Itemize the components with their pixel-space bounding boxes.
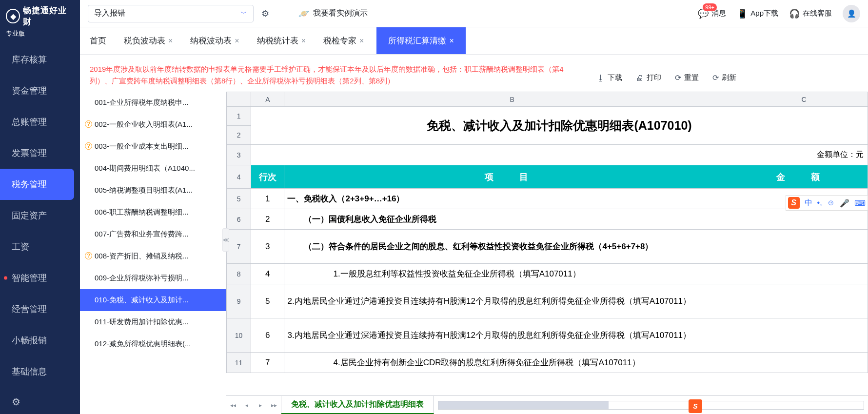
form-item-009[interactable]: 009-企业所得税弥补亏损明...	[80, 267, 226, 289]
row-3-header[interactable]: 3	[227, 145, 251, 165]
app-download-button[interactable]: 📱 App下载	[737, 8, 778, 19]
ime-bar[interactable]: S 中 •, ☺ 🎤 ⌨	[786, 195, 868, 211]
form-list[interactable]: 001-企业所得税年度纳税申...?002-一般企业收入明细表(A1...?00…	[80, 92, 226, 414]
ime-lang[interactable]: 中	[805, 198, 812, 208]
sheet-nav-first[interactable]: ◂◂	[226, 396, 240, 414]
row-8-header[interactable]: 8	[227, 264, 251, 284]
cell-item[interactable]: 1.一般股息红利等权益性投资收益免征企业所得税（填写A107011）	[284, 264, 740, 284]
header-seq[interactable]: 行次	[251, 165, 284, 189]
unit-cell[interactable]: 金额单位：元	[251, 145, 868, 165]
header-amount[interactable]: 金 额	[740, 165, 868, 189]
search-settings-icon[interactable]: ⚙	[261, 8, 269, 19]
ime-keyboard-icon[interactable]: ⌨	[854, 198, 866, 208]
cell-seq[interactable]: 3	[251, 230, 284, 264]
cell-amount[interactable]	[740, 209, 868, 230]
print-button[interactable]: 🖨打印	[636, 73, 661, 82]
tray-icon[interactable]: S	[689, 399, 702, 413]
cell-amount[interactable]	[740, 230, 868, 264]
nav-item-9[interactable]: 小畅报销	[0, 325, 80, 356]
form-item-006[interactable]: 006-职工薪酬纳税调整明细...	[80, 201, 226, 223]
demo-link[interactable]: 🪐 我要看实例演示	[298, 8, 368, 19]
help-icon[interactable]: ?	[85, 120, 92, 128]
tab-4[interactable]: 税检专家×	[323, 27, 364, 54]
tab-1[interactable]: 税负波动表×	[124, 27, 173, 54]
collapse-handle[interactable]: ≪	[222, 228, 229, 252]
ime-face-icon[interactable]: ☺	[827, 198, 835, 207]
row-11-header[interactable]: 11	[227, 353, 251, 373]
cell-amount[interactable]	[740, 353, 868, 373]
cell-amount[interactable]	[740, 264, 868, 284]
row-1-header[interactable]: 1	[227, 107, 251, 126]
horizontal-scrollbar[interactable]	[438, 401, 864, 410]
sheet-nav-next[interactable]: ▸	[254, 396, 267, 414]
tab-2[interactable]: 纳税波动表×	[190, 27, 239, 54]
form-item-001[interactable]: 001-企业所得税年度纳税申...	[80, 92, 226, 114]
col-a-header[interactable]: A	[251, 92, 284, 107]
form-item-002[interactable]: ?002-一般企业收入明细表(A1...	[80, 114, 226, 136]
row-2-header[interactable]: 2	[227, 126, 251, 145]
close-icon[interactable]: ×	[235, 37, 239, 45]
ime-punct-icon[interactable]: •,	[817, 198, 822, 207]
row-7-header[interactable]: 7	[227, 230, 251, 264]
sheet-nav-prev[interactable]: ◂	[240, 396, 254, 414]
avatar[interactable]: 👤	[843, 5, 860, 22]
cell-item[interactable]: 一、免税收入（2+3+9+…+16）	[284, 189, 740, 209]
form-item-010[interactable]: 010-免税、减计收入及加计...	[80, 289, 226, 311]
cell-seq[interactable]: 4	[251, 264, 284, 284]
row-10-header[interactable]: 10	[227, 318, 251, 353]
form-item-005[interactable]: 005-纳税调整项目明细表(A1...	[80, 179, 226, 201]
tab-5[interactable]: 所得税汇算清缴×	[376, 27, 465, 54]
cell-item[interactable]: （一）国债利息收入免征企业所得税	[284, 209, 740, 230]
form-item-004[interactable]: 004-期间费用明细表（A1040...	[80, 158, 226, 179]
settings-button[interactable]: ⚙	[0, 387, 80, 414]
sheet-nav-last[interactable]: ▸▸	[267, 396, 281, 414]
cell-item[interactable]: （二）符合条件的居民企业之间的股息、红利等权益性投资收益免征企业所得税（4+5+…	[284, 230, 740, 264]
nav-item-7[interactable]: 智能管理	[0, 262, 80, 294]
close-icon[interactable]: ×	[359, 37, 364, 45]
cell-seq[interactable]: 5	[251, 284, 284, 318]
col-b-header[interactable]: B	[284, 92, 740, 107]
nav-item-6[interactable]: 工资	[0, 231, 80, 262]
form-item-011[interactable]: 011-研发费用加计扣除优惠...	[80, 311, 226, 333]
cell-seq[interactable]: 2	[251, 209, 284, 230]
header-item[interactable]: 项 目	[284, 165, 740, 189]
row-5-header[interactable]: 5	[227, 189, 251, 209]
help-icon[interactable]: ?	[85, 252, 92, 259]
nav-item-5[interactable]: 固定资产	[0, 200, 80, 231]
cell-seq[interactable]: 7	[251, 353, 284, 373]
tab-3[interactable]: 纳税统计表×	[257, 27, 306, 54]
cell-item[interactable]: 3.内地居民企业通过深港通投资且连续持有H股满12个月取得的股息红利所得免征企业…	[284, 318, 740, 353]
nav-item-10[interactable]: 基础信息	[0, 356, 80, 387]
form-item-007[interactable]: 007-广告费和业务宣传费跨...	[80, 223, 226, 245]
customer-service-button[interactable]: 🎧 在线客服	[789, 8, 832, 19]
cell-item[interactable]: 2.内地居民企业通过沪港通投资且连续持有H股满12个月取得的股息红利所得免征企业…	[284, 284, 740, 318]
reset-button[interactable]: ⟳重置	[675, 73, 699, 82]
cell-item[interactable]: 4.居民企业持有创新企业CDR取得的股息红利所得免征企业所得税（填写A10701…	[284, 353, 740, 373]
sheet-tab-active[interactable]: 免税、减计收入及加计扣除优惠明细表	[281, 396, 434, 414]
close-icon[interactable]: ×	[449, 37, 454, 45]
nav-item-8[interactable]: 经营管理	[0, 294, 80, 325]
row-4-header[interactable]: 4	[227, 165, 251, 189]
grid-area[interactable]: A B C 1 免税、减计收入及加计扣除优惠明细表(A107010) 2 3 金…	[226, 92, 868, 395]
sheet-title[interactable]: 免税、减计收入及加计扣除优惠明细表(A107010)	[251, 107, 868, 145]
form-item-003[interactable]: ?003-一般企业成本支出明细...	[80, 136, 226, 158]
tab-0[interactable]: 首页	[90, 27, 106, 54]
nav-item-1[interactable]: 资金管理	[0, 75, 80, 106]
form-item-008[interactable]: ?008-资产折旧、摊销及纳税...	[80, 245, 226, 267]
refresh-button[interactable]: ⟳刷新	[712, 73, 736, 82]
cell-amount[interactable]	[740, 318, 868, 353]
help-icon[interactable]: ?	[85, 142, 92, 150]
close-icon[interactable]: ×	[168, 37, 173, 45]
nav-item-3[interactable]: 发票管理	[0, 138, 80, 169]
download-button[interactable]: ⭳下载	[597, 73, 622, 82]
search-box[interactable]: 导入报错 ﹀	[88, 5, 254, 22]
cell-amount[interactable]	[740, 284, 868, 318]
nav-item-0[interactable]: 库存核算	[0, 44, 80, 75]
col-c-header[interactable]: C	[740, 92, 868, 107]
scroll-thumb[interactable]	[438, 401, 609, 409]
nav-item-4[interactable]: 税务管理	[0, 169, 74, 200]
messages-button[interactable]: 💬 99+ 消息	[698, 8, 726, 19]
nav-item-2[interactable]: 总账管理	[0, 106, 80, 138]
cell-seq[interactable]: 1	[251, 189, 284, 209]
row-6-header[interactable]: 6	[227, 209, 251, 230]
